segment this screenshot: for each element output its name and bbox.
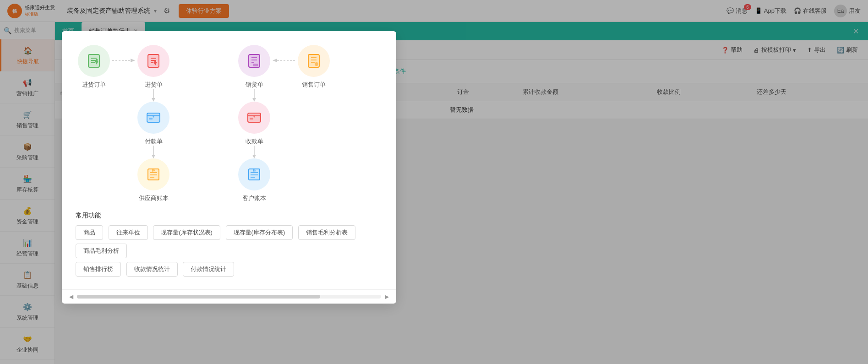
svg-rect-19: [253, 64, 258, 66]
flow-label-supplier-ledger: 供应商账本: [139, 194, 169, 202]
svg-text:¥: ¥: [253, 114, 256, 119]
flow-customer-ledger[interactable]: 账 客户账本: [236, 158, 273, 202]
flow-supplier-ledger[interactable]: 账 供应商账本: [135, 158, 172, 202]
svg-marker-21: [273, 59, 277, 62]
function-btn-7[interactable]: 收款情况统计: [126, 262, 178, 277]
modal-overlay[interactable]: 进货订单: [0, 0, 868, 364]
scroll-left-icon[interactable]: ◀: [69, 293, 73, 300]
flow-label-sales-slip: 销货单: [246, 81, 263, 89]
function-btn-6[interactable]: 销售排行榜: [76, 262, 121, 277]
flow-label-purchase-order: 进货订单: [82, 81, 106, 89]
flow-sales-slip[interactable]: 销货单: [236, 45, 273, 89]
svg-marker-43: [152, 155, 155, 158]
scrollbar-track[interactable]: [77, 295, 381, 299]
svg-marker-8: [131, 59, 135, 62]
flow-section: 进货订单: [62, 31, 396, 212]
svg-text:账: 账: [152, 168, 156, 172]
modal-scrollbar: ◀ ▶: [62, 289, 396, 304]
svg-marker-45: [252, 155, 256, 158]
flow-receipt-slip[interactable]: ¥ 收款单: [236, 102, 273, 146]
function-btn-5[interactable]: 商品毛利分析: [76, 244, 127, 258]
svg-marker-31: [252, 98, 256, 102]
function-btn-1[interactable]: 往来单位: [109, 225, 148, 240]
function-btn-0[interactable]: 商品: [76, 225, 103, 240]
arrow-right-1: [112, 58, 135, 76]
flow-purchase-slip[interactable]: 进货单: [135, 45, 172, 89]
svg-text:账: 账: [253, 168, 257, 172]
flow-sales-order[interactable]: 销售订单: [295, 45, 332, 89]
function-buttons-row-2: 销售排行榜 收款情况统计 付款情况统计: [76, 262, 382, 280]
function-buttons-row-1: 商品 往来单位 现存量(库存状况表) 现存量(库存分布表) 销售毛利分析表 商品…: [76, 225, 382, 262]
flow-label-receipt-slip: 收款单: [246, 137, 263, 146]
svg-text:¥: ¥: [152, 114, 155, 119]
function-btn-4[interactable]: 销售毛利分析表: [298, 225, 355, 240]
svg-marker-29: [152, 98, 155, 102]
function-btn-2[interactable]: 现存量(库存状况表): [153, 225, 220, 240]
function-btn-3[interactable]: 现存量(库存分布表): [226, 225, 293, 240]
function-btn-8[interactable]: 付款情况统计: [183, 262, 234, 277]
flow-purchase-order[interactable]: 进货订单: [76, 45, 112, 89]
svg-point-27: [315, 62, 318, 66]
flow-payment-slip[interactable]: ¥ 付款单: [135, 102, 172, 146]
common-functions-title: 常用功能: [76, 212, 382, 220]
common-functions: 常用功能 商品 往来单位 现存量(库存状况表) 现存量(库存分布表) 销售毛利分…: [62, 212, 396, 289]
flow-label-sales-order: 销售订单: [302, 81, 326, 89]
flow-label-customer-ledger: 客户账本: [242, 194, 266, 202]
flow-label-payment-slip: 付款单: [145, 137, 163, 146]
modal-box: 进货订单: [62, 31, 396, 304]
scroll-right-icon[interactable]: ▶: [385, 293, 389, 300]
flow-label-purchase-slip: 进货单: [145, 81, 163, 89]
scrollbar-thumb: [77, 295, 320, 299]
